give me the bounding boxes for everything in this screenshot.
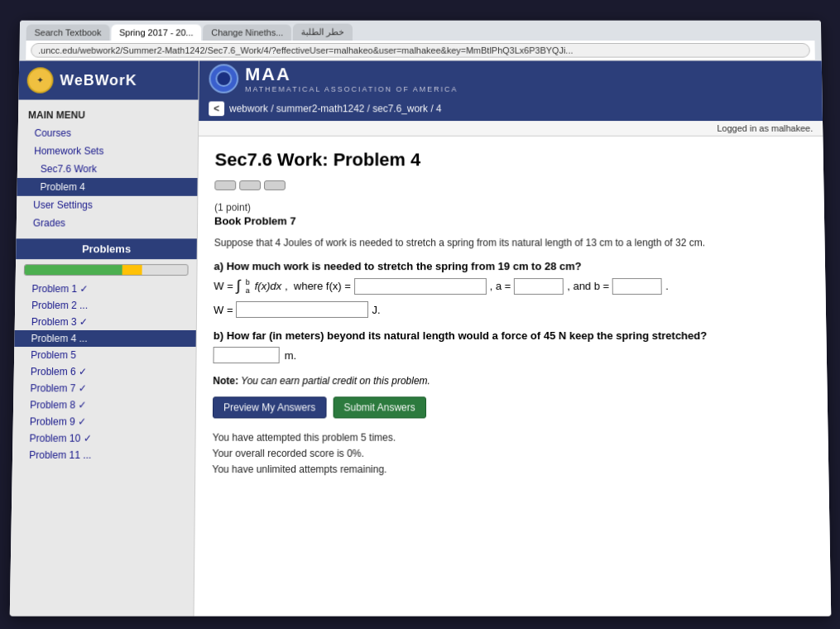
problem-list-item-7[interactable]: Problem 7 ✓ bbox=[13, 380, 195, 396]
w-unit: J. bbox=[372, 304, 380, 316]
part-b-label: b) How far (in meters) beyond its natura… bbox=[213, 329, 809, 342]
note-strong: Note: bbox=[213, 375, 238, 387]
attempts-line1: You have attempted this problem 5 times. bbox=[212, 430, 811, 446]
progress-bar-container bbox=[15, 259, 196, 281]
note-content: You can earn partial credit on this prob… bbox=[241, 375, 430, 387]
sidebar-item-problem4[interactable]: Problem 4 bbox=[17, 178, 197, 196]
problems-section: Problems Problem 1 ✓ Problem 2 ... Probl… bbox=[12, 238, 196, 463]
problem-list-item-10[interactable]: Problem 10 ✓ bbox=[12, 430, 194, 447]
fx-dx-label: f(x)dx bbox=[254, 280, 281, 292]
where-fx-label: , where f(x) = bbox=[285, 280, 351, 292]
problems-header: Problems bbox=[16, 238, 197, 259]
browser-window: Search Textbook Spring 2017 - 20... Chan… bbox=[9, 21, 830, 617]
answer-buttons: Preview My Answers Submit Answers bbox=[212, 396, 810, 418]
preview-answers-button[interactable]: Preview My Answers bbox=[212, 396, 325, 418]
progress-green bbox=[24, 265, 122, 275]
part-b: b) How far (in meters) beyond its natura… bbox=[213, 329, 809, 363]
point-info: (1 point) bbox=[214, 202, 808, 214]
logged-in-bar: Logged in as malhakee. bbox=[199, 121, 823, 137]
problem-list-item-9[interactable]: Problem 9 ✓ bbox=[12, 413, 194, 430]
w-row: W = J. bbox=[213, 301, 809, 318]
navigation-buttons bbox=[214, 180, 807, 190]
w-label: W = bbox=[213, 304, 233, 316]
problem-description: Suppose that 4 Joules of work is needed … bbox=[214, 235, 808, 250]
attempts-line2: Your overall recorded score is 0%. bbox=[212, 446, 811, 462]
attempts-line3: You have unlimited attempts remaining. bbox=[212, 462, 812, 478]
part-b-input[interactable] bbox=[213, 347, 279, 363]
problem-list-item-11[interactable]: Problem 11 ... bbox=[12, 447, 194, 463]
period-label: . bbox=[665, 280, 668, 292]
maa-text-block: MAA MATHEMATICAL ASSOCIATION OF AMERICA bbox=[244, 64, 457, 93]
part-a-label: a) How much work is needed to stretch th… bbox=[214, 260, 809, 272]
w-input[interactable] bbox=[236, 301, 368, 318]
progress-yellow bbox=[122, 265, 142, 275]
problem-title: Sec7.6 Work: Problem 4 bbox=[214, 150, 807, 171]
maa-header: MAA MATHEMATICAL ASSOCIATION OF AMERICA bbox=[199, 61, 822, 97]
tab-arabic[interactable]: خطر الطلبة bbox=[293, 24, 353, 41]
sidebar-item-user-settings[interactable]: User Settings bbox=[17, 196, 197, 214]
problem-list-item-5[interactable]: Problem 5 bbox=[13, 347, 195, 363]
webwork-logo-icon: ✦ bbox=[26, 67, 53, 93]
integral-bounds: ba bbox=[245, 278, 249, 295]
problem-list-item-8[interactable]: Problem 8 ✓ bbox=[12, 396, 194, 413]
part-b-input-row: m. bbox=[213, 347, 809, 363]
next-button[interactable] bbox=[263, 180, 285, 190]
b-input[interactable] bbox=[612, 278, 662, 295]
address-bar-row: .uncc.edu/webwork2/Summer2-Math1242/Sec7… bbox=[26, 41, 815, 60]
sidebar-item-sec76-work[interactable]: Sec7.6 Work bbox=[17, 160, 197, 178]
problem-list-button[interactable] bbox=[239, 180, 261, 190]
previous-button[interactable] bbox=[214, 180, 236, 190]
tab-search[interactable]: Search Textbook bbox=[26, 25, 109, 41]
attempts-info: You have attempted this problem 5 times.… bbox=[212, 430, 812, 478]
comma-b-label: , and b = bbox=[567, 280, 609, 292]
progress-bar bbox=[23, 264, 188, 276]
address-bar[interactable]: .uncc.edu/webwork2/Summer2-Math1242/Sec7… bbox=[31, 43, 810, 58]
problem-list-item-4[interactable]: Problem 4 ... bbox=[14, 330, 195, 347]
browser-chrome: Search Textbook Spring 2017 - 20... Chan… bbox=[19, 21, 822, 61]
sidebar-nav: MAIN MENU Courses Homework Sets Sec7.6 W… bbox=[9, 100, 198, 617]
main-menu-label: MAIN MENU bbox=[17, 106, 197, 124]
tab-spring[interactable]: Spring 2017 - 20... bbox=[111, 25, 201, 41]
sidebar-item-courses[interactable]: Courses bbox=[17, 124, 198, 142]
w-equals-label: W = bbox=[214, 280, 233, 292]
comma-a-label: , a = bbox=[489, 280, 511, 292]
book-problem: Book Problem 7 bbox=[214, 215, 807, 228]
a-input[interactable] bbox=[514, 278, 564, 295]
main-layout: ✦ WeBWorK MAIN MENU Courses Homework Set… bbox=[9, 61, 830, 617]
sidebar-item-homework-sets[interactable]: Homework Sets bbox=[17, 142, 198, 161]
formula-row: W = ∫ ba f(x)dx , where f(x) = , a = , a… bbox=[214, 277, 809, 295]
problem-list-item-1[interactable]: Problem 1 ✓ bbox=[15, 281, 196, 297]
problem-list-item-2[interactable]: Problem 2 ... bbox=[15, 297, 196, 314]
problem-list-item-3[interactable]: Problem 3 ✓ bbox=[14, 314, 195, 330]
tab-bar: Search Textbook Spring 2017 - 20... Chan… bbox=[26, 24, 814, 41]
part-b-unit: m. bbox=[284, 349, 296, 362]
problem-content: Sec7.6 Work: Problem 4 (1 point) Book Pr… bbox=[194, 137, 831, 617]
maa-title: MAA bbox=[245, 64, 458, 84]
breadcrumb-path: webwork / summer2-math1242 / sec7.6_work… bbox=[228, 103, 441, 114]
maa-logo-inner bbox=[215, 70, 232, 87]
breadcrumb-bar: < webwork / summer2-math1242 / sec7.6_wo… bbox=[199, 97, 823, 121]
webwork-title: WeBWorK bbox=[60, 72, 137, 89]
breadcrumb-back-button[interactable]: < bbox=[209, 101, 224, 116]
sidebar: ✦ WeBWorK MAIN MENU Courses Homework Set… bbox=[9, 61, 199, 617]
fx-input[interactable] bbox=[353, 278, 486, 295]
content-area: MAA MATHEMATICAL ASSOCIATION OF AMERICA … bbox=[194, 61, 831, 617]
note-text: Note: You can earn partial credit on thi… bbox=[213, 375, 810, 387]
sidebar-header: ✦ WeBWorK bbox=[18, 61, 198, 100]
maa-subtitle: MATHEMATICAL ASSOCIATION OF AMERICA bbox=[244, 85, 457, 94]
problem-list-item-6[interactable]: Problem 6 ✓ bbox=[13, 363, 195, 380]
tab-change[interactable]: Change Nineths... bbox=[203, 25, 291, 41]
submit-answers-button[interactable]: Submit Answers bbox=[333, 396, 426, 418]
maa-logo-icon bbox=[209, 64, 238, 93]
integral-symbol: ∫ bbox=[236, 277, 240, 295]
logged-in-text: Logged in as malhakee. bbox=[717, 123, 813, 133]
sidebar-item-grades[interactable]: Grades bbox=[16, 214, 196, 233]
